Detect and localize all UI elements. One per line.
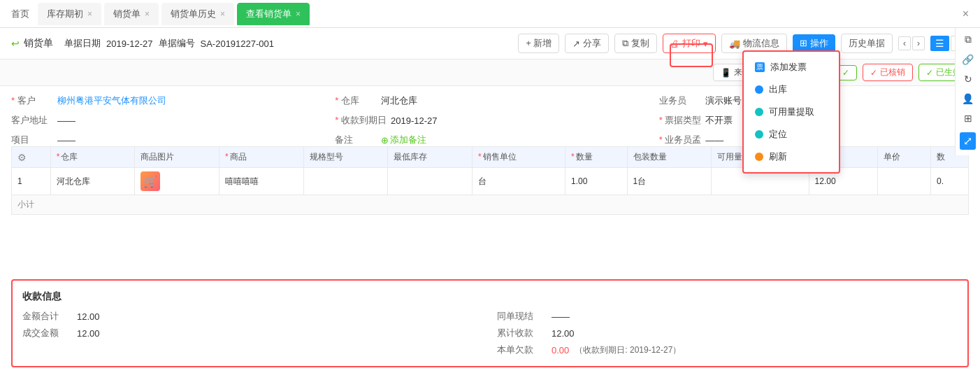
copy-icon: ⧉	[622, 38, 628, 49]
outbound-icon	[755, 85, 763, 94]
history-button[interactable]: 历史单据	[841, 34, 893, 53]
tab-bar: 首页 库存期初 × 销货单 × 销货单历史 × 查看销货单 × ×	[0, 0, 980, 28]
project-label: 项目	[11, 134, 53, 146]
note-row: 备注 ⊕ 添加备注	[335, 134, 644, 146]
ticket-type-value: 不开票	[705, 114, 733, 127]
cell-product: 嘻嘻嘻嘻	[219, 168, 304, 195]
col-quantity: *数量	[565, 147, 628, 168]
current-due-row: 本单欠款 0.00 （收款到期日: 2019-12-27）	[497, 344, 958, 356]
add-note-button[interactable]: ⊕ 添加备注	[381, 134, 426, 146]
cancelled-badge: ✓ 已核销	[863, 64, 913, 81]
address-label: 客户地址	[11, 114, 53, 127]
locate-icon	[755, 130, 763, 139]
tab-sales-order[interactable]: 销货单 ×	[104, 3, 159, 25]
cumulative-payment-value: 12.00	[552, 328, 575, 339]
cell-spec	[303, 168, 388, 195]
warehouse-label: 仓库	[335, 94, 377, 107]
cumulative-payment-label: 累计收款	[497, 327, 546, 339]
col-unit-price: 单价	[877, 147, 930, 168]
new-button[interactable]: + 新增	[518, 34, 559, 53]
col-gear[interactable]: ⚙	[12, 147, 51, 168]
doc-icon: ↩	[11, 38, 20, 49]
cell-min-stock	[388, 168, 473, 195]
doc-title-text: 销货单	[24, 37, 53, 50]
truck-icon: 🚚	[729, 38, 740, 49]
current-due-label: 本单欠款	[497, 344, 546, 356]
sidebar-rotate-icon[interactable]: ↻	[964, 73, 972, 85]
settings-icon: ⚙	[17, 152, 27, 163]
window-close-button[interactable]: ×	[957, 8, 974, 20]
dropdown-refresh[interactable]: 刷新	[744, 146, 839, 168]
col-product-img: 商品图片	[135, 147, 219, 168]
sidebar-expand-icon[interactable]: ⤢	[960, 132, 976, 150]
col-pack-qty: 包装数量	[627, 147, 712, 168]
print-icon: 🖨	[670, 38, 679, 49]
dropdown-add-invoice[interactable]: 票 添加发票	[744, 56, 839, 78]
customer-label: 客户	[11, 94, 53, 107]
transaction-amount-row: 成交金额 12.00	[22, 327, 483, 339]
staff-label: 业务员	[659, 94, 701, 107]
copy-button[interactable]: ⧉ 复制	[614, 34, 657, 53]
number-label: 单据编号	[159, 37, 195, 50]
same-order-settle-label: 同单现结	[497, 310, 546, 323]
col-spec: 规格型号	[303, 147, 388, 168]
subtotal-label: 小计	[12, 195, 969, 215]
tab-view-sales-order[interactable]: 查看销货单 ×	[237, 3, 310, 25]
sidebar-layers-icon[interactable]: ⊞	[964, 113, 972, 124]
cell-pack-qty: 1台	[627, 168, 712, 195]
check-circle-icon: ✓	[870, 68, 877, 78]
payment-date-row: 收款到期日 2019-12-27	[335, 114, 644, 127]
customer-row: 客户 柳州粤港平安气体有限公司	[11, 94, 321, 107]
payment-right: 同单现结 —— 累计收款 12.00 本单欠款 0.00 （收款到期日: 201…	[497, 310, 958, 356]
cell-warehouse: 河北仓库	[50, 168, 135, 195]
cumulative-payment-row: 累计收款 12.00	[497, 327, 958, 339]
share-button[interactable]: ↗ 分享	[565, 34, 609, 53]
close-tab-sales-order[interactable]: ×	[145, 9, 150, 19]
doc-meta: 单据日期 2019-12-27 单据编号 SA-20191227-001	[64, 37, 274, 50]
dropdown-locate[interactable]: 定位	[744, 123, 839, 146]
transaction-amount-label: 成交金额	[22, 327, 71, 339]
phone-icon: 📱	[721, 68, 731, 78]
print-button[interactable]: 🖨 打印 ▾	[663, 34, 716, 53]
list-view-button[interactable]: ☰	[930, 36, 949, 51]
total-amount-value: 12.00	[77, 311, 100, 322]
close-tab-view-sales-order[interactable]: ×	[296, 9, 301, 19]
close-tab-inventory-init[interactable]: ×	[87, 9, 92, 19]
plus-icon: ⊕	[381, 135, 389, 146]
address-row: 客户地址 ——	[11, 114, 321, 127]
sidebar-link-icon[interactable]: 🔗	[962, 54, 974, 65]
warehouse-value: 河北仓库	[381, 94, 417, 107]
col-min-stock: 最低库存	[388, 147, 473, 168]
payment-left: 金额合计 12.00 成交金额 12.00	[22, 310, 483, 356]
payment-section: 收款信息 金额合计 12.00 成交金额 12.00 同单现结 ——	[11, 279, 969, 367]
customer-value[interactable]: 柳州粤港平安气体有限公司	[57, 94, 166, 107]
payment-date-label: 收款到期日	[335, 114, 387, 127]
same-order-settle-value: ——	[552, 311, 570, 322]
cell-unit-price	[877, 168, 930, 195]
sidebar-copy-icon[interactable]: ⧉	[965, 34, 972, 45]
transaction-amount-value: 12.00	[77, 328, 100, 339]
project-row: 项目 ——	[11, 134, 321, 146]
check-circle-icon-2: ✓	[926, 68, 933, 78]
due-date-note: （收款到期日: 2019-12-27）	[575, 344, 681, 356]
nav-arrows: ‹ ›	[898, 36, 925, 50]
dropdown-outbound[interactable]: 出库	[744, 78, 839, 101]
tab-home[interactable]: 首页	[6, 8, 35, 20]
note-label: 备注	[335, 134, 377, 146]
tab-inventory-init[interactable]: 库存期初 ×	[38, 3, 101, 25]
current-due-value: 0.00	[552, 345, 569, 356]
col-warehouse: *仓库	[50, 147, 135, 168]
print-dropdown-arrow[interactable]: ▾	[703, 38, 708, 49]
same-order-settle-row: 同单现结 ——	[497, 310, 958, 323]
ticket-type-label: 票据类型	[659, 114, 702, 127]
dropdown-available-extract[interactable]: 可用量提取	[744, 101, 839, 123]
sidebar-user-icon[interactable]: 👤	[962, 93, 974, 104]
check-icon: ✓	[842, 68, 849, 78]
close-tab-sales-order-history[interactable]: ×	[220, 9, 225, 19]
operations-dropdown: 票 添加发票 出库 可用量提取 定位 刷新	[742, 50, 840, 174]
tab-sales-order-history[interactable]: 销货单历史 ×	[161, 3, 234, 25]
next-doc-button[interactable]: ›	[912, 36, 925, 50]
prev-doc-button[interactable]: ‹	[898, 36, 911, 50]
payment-date-value: 2019-12-27	[391, 115, 438, 126]
cell-quantity: 1.00	[565, 168, 628, 195]
